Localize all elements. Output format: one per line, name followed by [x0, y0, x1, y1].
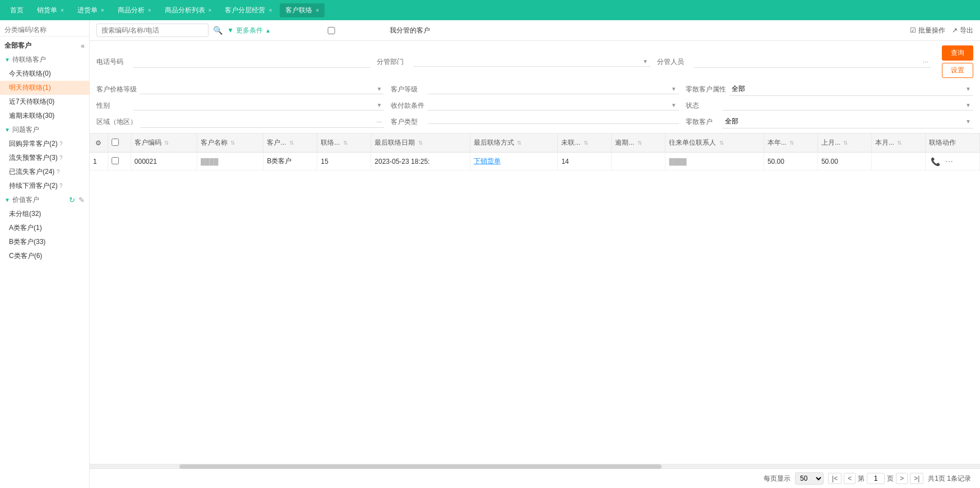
first-page-button[interactable]: |< — [828, 473, 842, 484]
page-size-select[interactable]: 50 100 200 — [795, 472, 824, 485]
sidebar-item-churn-warning[interactable]: 流失预警客户(3) ? — [0, 151, 89, 165]
action-more-icon[interactable]: ⋯ — [945, 157, 953, 166]
manager-dots-icon[interactable]: ··· — [923, 58, 928, 66]
close-customer-tier-icon[interactable]: × — [269, 7, 272, 13]
close-product-analysis-icon[interactable]: × — [148, 7, 151, 13]
retail-attr-chevron-icon: ▼ — [965, 86, 971, 92]
more-conditions-button[interactable]: ▼ 更多条件 ▲ — [227, 26, 271, 35]
value-group-title: ▼ 价值客户 ↻ ✎ — [0, 193, 89, 207]
nav-customer-tier[interactable]: 客户分层经营 × — [219, 3, 278, 17]
select-all-checkbox[interactable] — [112, 139, 119, 146]
sidebar-item-7day-pending[interactable]: 近7天待联络(0) — [0, 95, 89, 109]
col-type[interactable]: 客户... ⇅ — [264, 133, 317, 153]
payment-chevron-icon: ▼ — [671, 102, 677, 108]
nav-purchase-order[interactable]: 进货单 × — [72, 3, 110, 17]
col-no-contact[interactable]: 未联... ⇅ — [558, 133, 612, 153]
search-input[interactable] — [96, 24, 209, 37]
edit-value-icon[interactable]: ✎ — [78, 196, 85, 204]
filter-row-4: 区域（地区） ··· 客户类型 零散客户 全部 ▼ — [96, 115, 973, 128]
phone-input[interactable] — [133, 56, 370, 68]
col-overdue[interactable]: 逾期... ⇅ — [612, 133, 665, 153]
status-select[interactable]: ▼ — [723, 100, 973, 111]
sidebar-item-churned[interactable]: 已流失客户(24) ? — [0, 165, 89, 179]
row-select-checkbox[interactable] — [112, 157, 119, 164]
sidebar-item-repurchase-abnormal[interactable]: 回购异常客户(2) ? — [0, 137, 89, 151]
col-contacts[interactable]: 联络... ⇅ — [317, 133, 371, 153]
close-customer-contact-icon[interactable]: × — [316, 7, 319, 13]
sidebar-item-ungrouped[interactable]: 未分组(32) — [0, 207, 89, 221]
col-last-date[interactable]: 最后联络日期 ⇅ — [371, 133, 470, 153]
nav-customer-contact[interactable]: 客户联络 × — [280, 3, 325, 17]
total-records: 共1页 1条记录 — [928, 474, 971, 484]
page-input[interactable] — [867, 473, 885, 484]
col-unit-contact[interactable]: 往来单位联系人 ⇅ — [665, 133, 764, 153]
batch-action-icon: ☑ — [910, 26, 916, 34]
sidebar-item-a-class[interactable]: A类客户(1) — [0, 221, 89, 235]
nav-product-analysis[interactable]: 商品分析 × — [112, 3, 157, 17]
col-last-type[interactable]: 最后联络方式 ⇅ — [470, 133, 558, 153]
row-last-type[interactable]: 下销货单 — [470, 153, 558, 171]
sidebar-item-declining[interactable]: 持续下滑客户(2) ? — [0, 179, 89, 193]
retail-customer-select[interactable]: 全部 ▼ — [723, 115, 973, 128]
col-this-year[interactable]: 本年... ⇅ — [764, 133, 817, 153]
manager-select[interactable]: ··· — [694, 56, 931, 68]
problem-group-title: ▼ 问题客户 — [0, 123, 89, 137]
sidebar-item-b-class[interactable]: B类客户(33) — [0, 235, 89, 249]
close-purchase-order-icon[interactable]: × — [101, 7, 104, 13]
sidebar-item-tomorrow-pending[interactable]: 明天待联络(1) — [0, 81, 89, 95]
row-checkbox[interactable] — [108, 153, 131, 171]
nav-home[interactable]: 首页 — [4, 3, 29, 17]
last-page-button[interactable]: >| — [910, 473, 923, 484]
prev-page-button[interactable]: < — [844, 473, 856, 484]
customer-level-select[interactable]: ▼ — [428, 84, 678, 94]
row-last-date: 2023-05-23 18:25: — [371, 153, 470, 171]
sidebar-item-today-pending[interactable]: 今天待联络(0) — [0, 67, 89, 81]
filter-row-1: 电话号码 分管部门 ▼ 分管人员 ··· — [96, 45, 973, 78]
col-this-month[interactable]: 本月... ⇅ — [871, 133, 925, 153]
retail-attr-select[interactable]: 全部 ▼ — [729, 82, 973, 96]
sort-name-icon: ⇅ — [230, 140, 235, 146]
sort-last-month-icon: ⇅ — [843, 140, 848, 146]
sidebar-item-c-class[interactable]: C类客户(6) — [0, 249, 89, 263]
search-icon[interactable]: 🔍 — [213, 26, 223, 35]
export-button[interactable]: ↗ 导出 — [952, 26, 973, 35]
nav-product-analysis-list[interactable]: 商品分析列表 × — [159, 3, 218, 17]
table-checkbox-col[interactable] — [108, 133, 131, 153]
close-sales-order-icon[interactable]: × — [61, 7, 64, 13]
customer-table: ⚙ 客户编码 ⇅ 客户名称 ⇅ 客户... ⇅ — [90, 133, 980, 171]
query-button[interactable]: 查询 — [942, 45, 973, 61]
next-page-button[interactable]: > — [896, 473, 908, 484]
my-customers-checkbox-label[interactable]: 我分管的客户 — [275, 26, 430, 35]
triangle-icon-3: ▼ — [4, 197, 10, 203]
settings-button[interactable]: 设置 — [942, 63, 973, 78]
area-select[interactable]: ··· — [140, 116, 384, 128]
dept-chevron-icon: ▼ — [642, 58, 648, 65]
collapse-icon[interactable]: « — [81, 42, 85, 50]
payment-select[interactable]: ▼ — [428, 100, 678, 111]
table-settings-col[interactable]: ⚙ — [90, 133, 108, 153]
close-product-analysis-list-icon[interactable]: × — [209, 7, 212, 13]
unit-contact-blurred: ████ — [669, 158, 686, 165]
col-last-month[interactable]: 上月... ⇅ — [817, 133, 871, 153]
sidebar-item-overdue-pending[interactable]: 逾期未联络(30) — [0, 109, 89, 123]
all-customers-title[interactable]: 全部客户 « — [0, 39, 89, 53]
customer-level-chevron-icon: ▼ — [671, 86, 677, 92]
price-level-select[interactable]: ▼ — [140, 84, 384, 94]
help-icon-2: ? — [57, 169, 60, 175]
area-dots-icon[interactable]: ··· — [376, 118, 382, 126]
sidebar-search-input[interactable] — [4, 26, 89, 34]
customer-type-select[interactable] — [428, 120, 678, 124]
nav-sales-order[interactable]: 销货单 × — [31, 3, 70, 17]
col-code[interactable]: 客户编码 ⇅ — [131, 133, 197, 153]
my-customers-checkbox[interactable] — [275, 27, 387, 34]
dept-select[interactable]: ▼ — [414, 57, 650, 67]
refresh-value-icon[interactable]: ↻ — [69, 196, 75, 204]
sort-this-month-icon: ⇅ — [897, 140, 902, 146]
horizontal-scrollbar[interactable] — [90, 464, 980, 468]
col-name[interactable]: 客户名称 ⇅ — [197, 133, 264, 153]
batch-action-button[interactable]: ☑ 批量操作 — [910, 26, 945, 35]
scrollbar-thumb[interactable] — [179, 464, 662, 469]
action-phone-icon[interactable]: 📞 — [931, 157, 940, 166]
data-table-area: ⚙ 客户编码 ⇅ 客户名称 ⇅ 客户... ⇅ — [90, 133, 980, 464]
gender-select[interactable]: ▼ — [133, 100, 384, 111]
